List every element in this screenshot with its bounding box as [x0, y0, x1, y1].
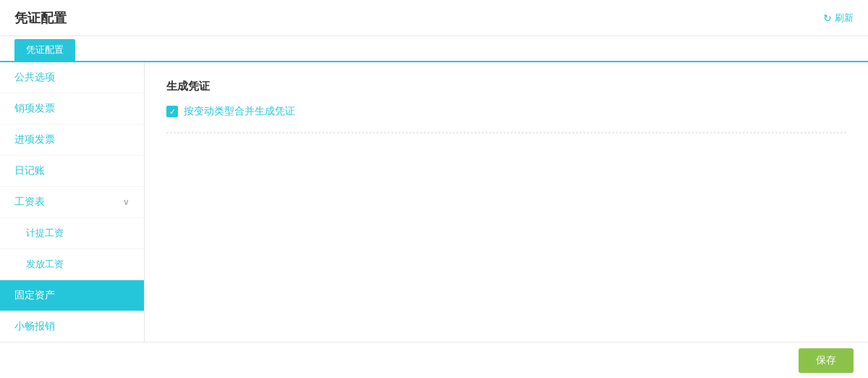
page-footer: 保存 — [0, 342, 868, 378]
refresh-icon: ↻ — [823, 12, 832, 24]
page-header: 凭证配置 ↻ 刷新 — [0, 0, 868, 36]
checkbox-label[interactable]: 按变动类型合并生成凭证 — [184, 105, 295, 118]
sidebar-item-journal[interactable]: 日记账 — [0, 156, 144, 187]
sidebar-item-petty-expense[interactable]: 小畅报销 — [0, 311, 144, 342]
top-tabs: 凭证配置 — [0, 36, 868, 62]
sidebar-item-fixed-assets[interactable]: 固定资产 — [0, 280, 144, 311]
sidebar-item-advance-salary[interactable]: 计提工资 — [0, 218, 144, 249]
content-area: 公共选项 销项发票 进项发票 日记账 工资表 ∨ 计提工资 发放工资 固定资 — [0, 62, 868, 342]
sidebar-item-sales-invoice[interactable]: 销项发票 — [0, 93, 144, 125]
section-title: 生成凭证 — [166, 80, 846, 93]
save-button[interactable]: 保存 — [799, 348, 854, 373]
checkmark-icon: ✓ — [169, 108, 176, 116]
sidebar: 公共选项 销项发票 进项发票 日记账 工资表 ∨ 计提工资 发放工资 固定资 — [0, 62, 145, 342]
sidebar-item-pay-salary[interactable]: 发放工资 — [0, 249, 144, 280]
merge-by-type-checkbox[interactable]: ✓ — [166, 106, 178, 117]
refresh-button[interactable]: ↻ 刷新 — [823, 12, 854, 25]
checkbox-row: ✓ 按变动类型合并生成凭证 — [166, 105, 846, 118]
refresh-label: 刷新 — [835, 12, 854, 25]
section-divider — [166, 133, 846, 133]
sidebar-item-purchase-invoice[interactable]: 进项发票 — [0, 125, 144, 156]
page-container: 凭证配置 ↻ 刷新 凭证配置 公共选项 销项发票 进项发票 日记账 — [0, 0, 868, 378]
tab-voucher-config[interactable]: 凭证配置 — [14, 39, 75, 61]
chevron-down-icon: ∨ — [123, 197, 129, 207]
page-title: 凭证配置 — [14, 9, 67, 27]
sidebar-item-public-options[interactable]: 公共选项 — [0, 62, 144, 93]
sidebar-item-payroll-table[interactable]: 工资表 ∨ — [0, 187, 144, 218]
main-content: 生成凭证 ✓ 按变动类型合并生成凭证 — [145, 62, 868, 342]
